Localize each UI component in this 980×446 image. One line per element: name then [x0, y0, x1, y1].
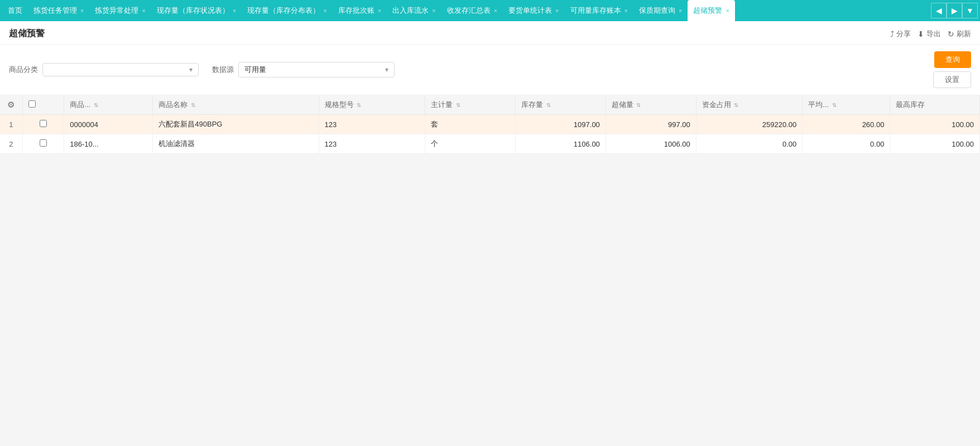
nav-inventory-dist-close[interactable]: × — [323, 7, 326, 14]
refresh-btn[interactable]: ↻ 刷新 — [948, 29, 971, 39]
nav-overstock-close[interactable]: × — [726, 7, 729, 14]
category-select-arrow: ▾ — [189, 66, 193, 74]
table-row: 2 186-10... 机油滤清器 123 个 1106.00 1006.00 … — [0, 134, 980, 154]
share-icon: ⤴ — [890, 30, 894, 38]
row-overstock-1: 997.00 — [606, 115, 696, 134]
datasource-label: 数据源 — [212, 65, 234, 75]
nav-flow-close[interactable]: × — [432, 7, 435, 14]
row-stock-2: 1106.00 — [515, 134, 606, 154]
category-select[interactable]: ▾ — [42, 63, 199, 76]
col-product-name[interactable]: 商品名称 ⇅ — [153, 95, 319, 115]
nav-menu-btn[interactable]: ▼ — [962, 3, 978, 18]
col-overstock-label: 超储量 — [612, 100, 633, 109]
row-checkbox-1[interactable] — [22, 115, 64, 134]
row-overstock-2: 1006.00 — [606, 134, 696, 154]
col-spec-label: 规格型号 — [325, 100, 354, 109]
nav-summary-close[interactable]: × — [494, 7, 497, 14]
row-unit-2: 个 — [425, 134, 516, 154]
select-all-checkbox[interactable] — [28, 100, 36, 108]
nav-order-stat[interactable]: 要货单统计表 × — [503, 0, 564, 21]
col-stock-label: 库存量 — [521, 100, 543, 109]
nav-pick-error[interactable]: 拣货异常处理 × — [89, 0, 151, 21]
col-product-name-label: 商品名称 — [158, 100, 188, 109]
page-header: 超储预警 ⤴ 分享 ⬇ 导出 ↻ 刷新 — [0, 21, 980, 45]
row-spec-2: 123 — [319, 134, 425, 154]
nav-order-stat-close[interactable]: × — [555, 7, 559, 14]
row-max-stock-1: 100.00 — [890, 115, 980, 134]
nav-home[interactable]: 首页 — [2, 0, 28, 21]
export-label: 导出 — [926, 29, 941, 39]
nav-inventory-dist[interactable]: 现存量（库存分布表） × — [242, 0, 332, 21]
nav-inventory-status-close[interactable]: × — [233, 7, 236, 14]
row-index-1: 1 — [0, 115, 22, 134]
col-capital[interactable]: 资金占用 ⇅ — [696, 95, 803, 115]
col-max-stock-label: 最高库存 — [896, 100, 925, 109]
row-avg-2: 0.00 — [803, 134, 890, 154]
col-product-code-sort: ⇅ — [94, 102, 98, 108]
refresh-label: 刷新 — [957, 29, 971, 39]
row-avg-1: 260.00 — [803, 115, 890, 134]
nav-batch-label: 库存批次账 — [338, 6, 374, 16]
col-checkbox — [22, 95, 64, 115]
datasource-filter-group: 数据源 可用量 ▾ — [212, 62, 395, 77]
nav-inventory-dist-label: 现存量（库存分布表） — [247, 6, 320, 16]
page-title: 超储预警 — [9, 28, 45, 40]
nav-pick-task[interactable]: 拣货任务管理 × — [28, 0, 89, 21]
nav-expiry-close[interactable]: × — [679, 7, 682, 14]
col-overstock[interactable]: 超储量 ⇅ — [606, 95, 696, 115]
nav-batch[interactable]: 库存批次账 × — [333, 0, 387, 21]
nav-available-close[interactable]: × — [624, 7, 628, 14]
query-button[interactable]: 查询 — [934, 51, 971, 68]
share-btn[interactable]: ⤴ 分享 — [890, 29, 911, 39]
col-max-stock: 最高库存 — [890, 95, 980, 115]
nav-batch-close[interactable]: × — [378, 7, 381, 14]
nav-pick-error-label: 拣货异常处理 — [95, 6, 138, 16]
header-actions: ⤴ 分享 ⬇ 导出 ↻ 刷新 — [890, 29, 971, 39]
nav-arrows: ◀ ▶ ▼ — [931, 3, 978, 18]
row-capital-1: 259220.00 — [696, 115, 803, 134]
settings-icon[interactable]: ⚙ — [7, 100, 15, 109]
row-max-stock-2: 100.00 — [890, 134, 980, 154]
nav-home-label: 首页 — [8, 6, 22, 16]
datasource-select[interactable]: 可用量 ▾ — [238, 62, 395, 77]
col-spec[interactable]: 规格型号 ⇅ — [319, 95, 425, 115]
nav-pick-task-close[interactable]: × — [80, 7, 84, 14]
export-btn[interactable]: ⬇ 导出 — [917, 29, 941, 39]
row-unit-1: 套 — [425, 115, 516, 134]
nav-flow[interactable]: 出入库流水 × — [387, 0, 441, 21]
col-unit[interactable]: 主计量 ⇅ — [425, 95, 516, 115]
row-product-name-1: 六配套新昌490BPG — [153, 115, 319, 134]
col-capital-label: 资金占用 — [702, 100, 731, 109]
nav-pick-task-label: 拣货任务管理 — [33, 6, 77, 16]
col-spec-sort: ⇅ — [357, 102, 361, 108]
nav-summary[interactable]: 收发存汇总表 × — [441, 0, 503, 21]
nav-expiry-label: 保质期查询 — [639, 6, 675, 16]
col-stock[interactable]: 库存量 ⇅ — [515, 95, 606, 115]
nav-overstock[interactable]: 超储预警 × — [688, 0, 734, 21]
table-container: ⚙ 商品... ⇅ 商品名称 ⇅ 规格型号 ⇅ — [0, 95, 980, 154]
settings-button[interactable]: 设置 — [933, 71, 971, 88]
row-capital-2: 0.00 — [696, 134, 803, 154]
nav-available[interactable]: 可用量库存账本 × — [565, 0, 633, 21]
table-body: 1 0000004 六配套新昌490BPG 123 套 1097.00 997.… — [0, 115, 980, 154]
col-avg-label: 平均... — [808, 100, 829, 109]
nav-pick-error-close[interactable]: × — [142, 7, 145, 14]
share-label: 分享 — [896, 29, 911, 39]
nav-inventory-status[interactable]: 现存量（库存状况表） × — [151, 0, 242, 21]
nav-expiry[interactable]: 保质期查询 × — [633, 0, 688, 21]
refresh-icon: ↻ — [948, 30, 954, 38]
nav-inventory-status-label: 现存量（库存状况表） — [157, 6, 229, 16]
table-header-row: ⚙ 商品... ⇅ 商品名称 ⇅ 规格型号 ⇅ — [0, 95, 980, 115]
datasource-select-arrow: ▾ — [385, 66, 388, 74]
export-icon: ⬇ — [917, 30, 924, 38]
col-avg[interactable]: 平均... ⇅ — [803, 95, 890, 115]
nav-next-btn[interactable]: ▶ — [947, 3, 962, 18]
nav-overstock-label: 超储预警 — [693, 6, 722, 16]
row-checkbox-2[interactable] — [22, 134, 64, 154]
nav-prev-btn[interactable]: ◀ — [931, 3, 947, 18]
row-spec-1: 123 — [319, 115, 425, 134]
col-stock-sort: ⇅ — [546, 102, 551, 108]
page-content: 超储预警 ⤴ 分享 ⬇ 导出 ↻ 刷新 商品分类 ▾ 数据源 — [0, 21, 980, 154]
category-label: 商品分类 — [9, 65, 38, 75]
col-product-code[interactable]: 商品... ⇅ — [64, 95, 153, 115]
